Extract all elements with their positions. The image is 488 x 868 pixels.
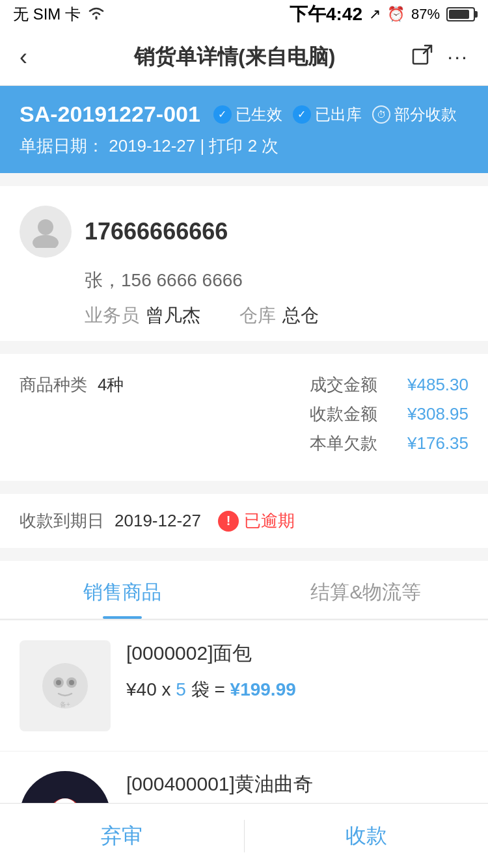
- bottom-bar: 弃审 收款: [0, 803, 488, 868]
- nav-bar: ‹ 销货单详情(来自电脑) ···: [0, 29, 488, 86]
- status-right: 下午4:42 ↗ ⏰ 87%: [290, 2, 475, 27]
- received-label: 收款金额: [310, 403, 377, 426]
- check-icon-1: ✓: [213, 105, 232, 124]
- svg-point-2: [33, 235, 59, 248]
- carrier-label: 无 SIM 卡: [13, 4, 81, 25]
- svg-point-7: [69, 680, 74, 685]
- more-icon[interactable]: ···: [447, 45, 468, 69]
- customer-phone: 17666666666: [85, 218, 228, 245]
- overdue-icon: !: [218, 511, 239, 532]
- summary-section: 商品种类 4种 成交金额 ¥485.30 收款金额 ¥308.95 本单欠款 ¥…: [0, 354, 488, 481]
- tab-settlement[interactable]: 结算&物流等: [244, 561, 488, 619]
- export-icon[interactable]: [411, 43, 434, 71]
- badge-partial: ⏱ 部分收款: [372, 104, 457, 125]
- due-section: 收款到期日 2019-12-27 ! 已逾期: [0, 494, 488, 548]
- product-name-1: [0000002]面包: [126, 640, 468, 667]
- order-header: SA-20191227-001 ✓ 已生效 ✓ 已出库 ⏱ 部分收款 单据日期：…: [0, 86, 488, 173]
- page-title: 销货单详情(来自电脑): [134, 43, 335, 72]
- location-icon: ↗: [369, 6, 381, 23]
- type-label: 商品种类: [20, 373, 87, 396]
- nav-actions: ···: [411, 43, 468, 71]
- warehouse-label: 仓库: [239, 303, 276, 328]
- check-icon-2: ✓: [293, 105, 311, 124]
- svg-text:备+: 备+: [60, 701, 70, 708]
- order-date: 单据日期： 2019-12-27 | 打印 2 次: [20, 135, 468, 157]
- amount-value: ¥485.30: [390, 375, 468, 395]
- cancel-button[interactable]: 弃审: [0, 822, 244, 850]
- overdue-badge: ! 已逾期: [218, 509, 295, 532]
- customer-meta: 业务员 曾凡杰 仓库 总仓: [20, 303, 468, 328]
- due-label: 收款到期日: [20, 509, 104, 532]
- back-button[interactable]: ‹: [20, 44, 59, 71]
- wifi-icon: [87, 5, 105, 23]
- warehouse-value: 总仓: [282, 303, 319, 328]
- sales-person: 曾凡杰: [146, 303, 200, 328]
- product-total-1: ¥199.99: [230, 679, 296, 699]
- avatar: [20, 206, 72, 258]
- order-id: SA-20191227-001: [20, 102, 200, 127]
- product-qty-1: 5: [176, 679, 186, 699]
- badge-shipped: ✓ 已出库: [293, 104, 362, 125]
- confirm-button[interactable]: 收款: [245, 822, 489, 850]
- status-bar: 无 SIM 卡 下午4:42 ↗ ⏰ 87%: [0, 0, 488, 29]
- product-info-1: [0000002]面包 ¥40 x 5 袋 = ¥199.99: [126, 640, 468, 702]
- product-price-1: ¥40 x 5 袋 = ¥199.99: [126, 677, 468, 702]
- customer-section: 17666666666 张，156 6666 6666 业务员 曾凡杰 仓库 总…: [0, 186, 488, 341]
- svg-point-1: [38, 219, 53, 235]
- debt-value: ¥176.35: [390, 433, 468, 454]
- svg-point-6: [56, 680, 61, 685]
- debt-label: 本单欠款: [310, 432, 377, 455]
- product-item: 备+ [0000002]面包 ¥40 x 5 袋 = ¥199.99: [0, 621, 488, 752]
- tab-products[interactable]: 销售商品: [0, 561, 244, 619]
- product-name-2: [000400001]黄油曲奇: [126, 771, 468, 798]
- tabs-section: 销售商品 结算&物流等: [0, 561, 488, 619]
- badge-effective: ✓ 已生效: [213, 104, 282, 125]
- battery-label: 87%: [411, 6, 440, 23]
- product-thumb-1: 备+: [20, 640, 111, 731]
- due-date-value: 2019-12-27: [115, 511, 201, 531]
- time-label: 下午4:42: [290, 2, 362, 27]
- amount-label: 成交金额: [310, 373, 377, 396]
- customer-contact: 张，156 6666 6666: [20, 268, 468, 293]
- battery-indicator: [446, 7, 475, 21]
- received-value: ¥308.95: [390, 404, 468, 424]
- alarm-icon: ⏰: [387, 6, 405, 23]
- clock-icon: ⏱: [372, 105, 390, 124]
- sales-label: 业务员: [85, 303, 139, 328]
- order-badges: ✓ 已生效 ✓ 已出库 ⏱ 部分收款: [213, 104, 457, 125]
- overdue-text: 已逾期: [244, 509, 295, 532]
- type-value: 4种: [98, 373, 124, 396]
- status-left: 无 SIM 卡: [13, 4, 105, 25]
